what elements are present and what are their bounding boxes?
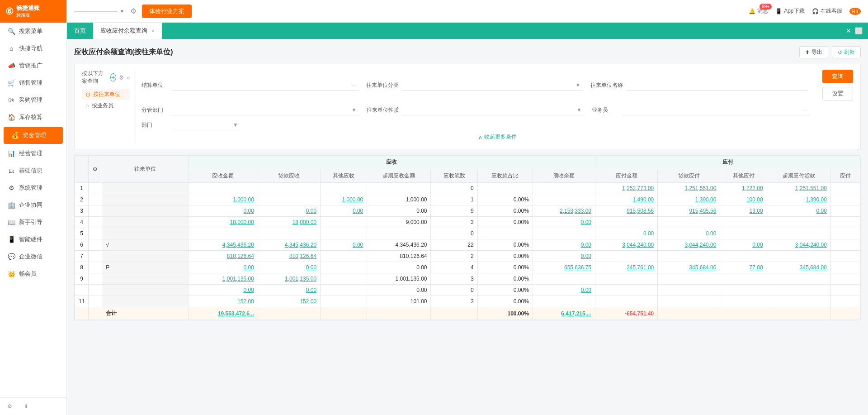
unit-name-input[interactable] — [627, 80, 808, 91]
app-download-btn[interactable]: 📱 App下载 — [775, 7, 804, 15]
online-service-btn[interactable]: 🎧 在线客服 — [812, 7, 842, 15]
sidebar-item-guide[interactable]: 📖 新手引导 — [0, 214, 66, 231]
tab-home[interactable]: 首页 — [67, 23, 93, 39]
row-data-cell[interactable]: 4,345,436.20 — [188, 239, 258, 251]
row-data-cell[interactable]: 655,636.75 — [533, 262, 595, 273]
row-data-cell[interactable]: 1,001,135.00 — [188, 273, 258, 285]
tab-close-icon[interactable]: × — [152, 29, 155, 33]
col-settings-header[interactable]: ⚙ — [89, 156, 102, 183]
row-data-cell[interactable]: 152.00 — [258, 296, 320, 307]
sidebar-item-sales[interactable]: 🛒 销售管理 — [0, 74, 66, 91]
row-data-cell[interactable]: 0.00 — [767, 205, 830, 217]
sidebar-item-basic[interactable]: 🗂 基础信息 — [0, 162, 66, 179]
row-data-cell[interactable]: 0.00 — [533, 217, 595, 228]
row-data-cell[interactable]: 77.00 — [720, 262, 767, 273]
row-data-cell[interactable]: 810,126.64 — [258, 251, 320, 262]
setting-button[interactable]: 设置 — [822, 87, 853, 100]
scheme-by-staff[interactable]: ○ 按业务员 — [82, 100, 130, 111]
add-scheme-btn[interactable]: + — [110, 73, 116, 81]
sidebar-item-marketing[interactable]: 📣 营销推广 — [0, 57, 66, 74]
row-data-cell[interactable]: 0.00 — [321, 239, 367, 251]
unit-nature-select[interactable]: ▼ — [403, 105, 585, 115]
row-data-cell[interactable]: 3,044,240.00 — [658, 239, 720, 251]
sidebar-item-corp[interactable]: 🏢 企业协同 — [0, 196, 66, 214]
sidebar-item-business[interactable]: 📊 经营管理 — [0, 145, 66, 162]
total-ar-amount[interactable]: 19,553,472,6... — [188, 307, 258, 320]
row-data-cell[interactable]: 1,000.00 — [321, 194, 367, 205]
row-data-cell[interactable]: 1,222.00 — [720, 183, 767, 194]
row-data-cell[interactable]: 0.00 — [658, 228, 720, 239]
row-data-cell[interactable]: 1,490.00 — [595, 194, 658, 205]
row-data-cell[interactable]: 0.00 — [533, 285, 595, 296]
row-data-cell[interactable]: 1,390.00 — [767, 194, 830, 205]
sidebar-item-hardware[interactable]: 📱 智能硬件 — [0, 231, 66, 248]
row-data-cell[interactable]: 1,000.00 — [188, 194, 258, 205]
dept-manage-select[interactable]: ▼ — [172, 105, 359, 115]
row-data-cell[interactable]: 3,044,240.00 — [595, 239, 658, 251]
row-data-cell[interactable]: 345,761.00 — [595, 262, 658, 273]
row-data-cell[interactable]: 1,390.00 — [658, 194, 720, 205]
row-data-cell[interactable]: 0.00 — [188, 285, 258, 296]
close-window-icon[interactable]: ✕ — [846, 27, 851, 34]
collapse-scheme-icon[interactable]: « — [127, 74, 130, 81]
row-data-cell[interactable]: 13.00 — [720, 205, 767, 217]
row-data-cell[interactable]: 345,684.00 — [767, 262, 830, 273]
row-data-cell[interactable]: 4,345,436.20 — [258, 239, 320, 251]
row-data-cell[interactable]: 0.00 — [321, 205, 367, 217]
sidebar-item-system[interactable]: ⚙ 系统管理 — [0, 179, 66, 196]
export-button[interactable]: ⬆ 导出 — [799, 46, 828, 58]
row-data-cell[interactable]: 1,252,773.00 — [595, 183, 658, 194]
collapse-filter-btn[interactable]: ∧ 收起更多条件 — [142, 130, 853, 143]
sidebar-collapse-btn[interactable]: ⏸ — [19, 401, 32, 411]
row-data-cell[interactable]: 0.00 — [258, 262, 320, 273]
sidebar-item-inventory[interactable]: 🏠 库存核算 — [0, 109, 66, 126]
unit-category-label: 往来单位分类 — [366, 81, 399, 89]
settlement-unit-input[interactable]: ··· — [172, 80, 359, 91]
sidebar-item-quick-nav[interactable]: ⌂ 快捷导航 — [0, 40, 66, 57]
row-data-cell[interactable]: 152.00 — [188, 296, 258, 307]
query-button[interactable]: 查询 — [822, 70, 853, 83]
row-data-cell[interactable]: 810,126.64 — [188, 251, 258, 262]
notice-btn[interactable]: 🔔 消息 99+ — [749, 7, 768, 15]
scheme-by-unit[interactable]: ⊙ 按往来单位 — [82, 89, 130, 100]
row-data-cell[interactable]: 0.00 — [188, 205, 258, 217]
refresh-button[interactable]: ↺ 刷新 — [832, 46, 861, 58]
gear-icon[interactable]: ⚙ — [130, 7, 137, 15]
sidebar-item-finance[interactable]: 💰 资金管理 — [4, 127, 63, 144]
row-data-cell[interactable]: 0.00 — [720, 239, 767, 251]
row-data-cell[interactable]: 1,251,551.00 — [658, 183, 720, 194]
sidebar-item-wechat[interactable]: 💬 企业微信 — [0, 248, 66, 265]
sidebar-item-search[interactable]: 🔍 搜索菜单 — [0, 23, 66, 40]
row-data-cell[interactable]: 2,153,333.00 — [533, 205, 595, 217]
row-data-cell[interactable]: 915,508.56 — [595, 205, 658, 217]
scheme-settings-icon[interactable]: ⚙ — [119, 74, 124, 81]
row-data-cell[interactable]: 100.00 — [720, 194, 767, 205]
tab-ar-ap[interactable]: 应收应付余额查询 × — [93, 23, 162, 39]
row-data-cell[interactable]: 0.00 — [533, 239, 595, 251]
total-ar-prepay[interactable]: 6,417,215.... — [533, 307, 595, 320]
user-menu[interactable]: Rit — [849, 8, 861, 14]
row-data-cell[interactable]: 0.00 — [595, 228, 658, 239]
row-data-cell[interactable]: 0.00 — [258, 205, 320, 217]
breadcrumb[interactable]: ———————— ▼ — [74, 8, 125, 14]
sidebar-settings-btn[interactable]: ⚙ — [4, 401, 16, 411]
dots-icon[interactable]: ··· — [352, 82, 356, 88]
row-data-cell[interactable]: 1,001,135.00 — [258, 273, 320, 285]
sidebar-item-member[interactable]: 👑 畅会员 — [0, 265, 66, 282]
dept-select[interactable]: ▼ — [172, 120, 241, 130]
maximize-icon[interactable]: ⬜ — [855, 27, 863, 34]
dots-icon-2[interactable]: ··· — [802, 107, 807, 113]
row-data-cell[interactable]: 18,000.00 — [188, 217, 258, 228]
row-data-cell[interactable]: 915,495.56 — [658, 205, 720, 217]
unit-category-select[interactable]: ▼ — [402, 80, 584, 91]
row-data-cell[interactable]: 3,044,240.00 — [767, 239, 830, 251]
row-data-cell[interactable]: 1,251,551.00 — [767, 183, 830, 194]
salesman-input[interactable]: ··· — [623, 105, 810, 115]
row-data-cell[interactable]: 0.00 — [188, 262, 258, 273]
row-data-cell[interactable]: 18,000.00 — [258, 217, 320, 228]
trial-button[interactable]: 体验行业方案 — [142, 5, 192, 18]
row-data-cell[interactable]: 0.00 — [533, 251, 595, 262]
sidebar-item-purchase[interactable]: 🛍 采购管理 — [0, 91, 66, 109]
row-data-cell[interactable]: 345,684.00 — [658, 262, 720, 273]
row-data-cell[interactable]: 0.00 — [258, 285, 320, 296]
